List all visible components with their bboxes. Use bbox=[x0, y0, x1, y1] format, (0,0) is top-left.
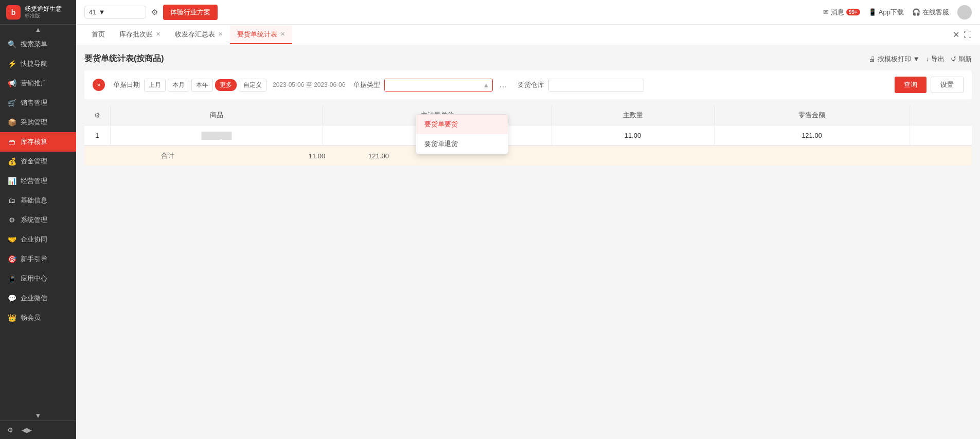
export-btn[interactable]: ↓ 导出 bbox=[926, 54, 945, 64]
tab-requisition-stat[interactable]: 要货单统计表 ✕ bbox=[230, 26, 292, 44]
date-btn-current[interactable]: 本月 bbox=[168, 79, 189, 92]
sidebar-icon-basic: 🗂 bbox=[7, 196, 16, 205]
tab-actions: ✕ ⛶ bbox=[953, 30, 972, 40]
tab-close-all-btn[interactable]: ✕ bbox=[953, 30, 959, 40]
table-row: 1 ████ ██ 块 11.00 121.00 bbox=[84, 125, 972, 145]
date-btn-more[interactable]: 更多 bbox=[215, 79, 237, 91]
sidebar-scroll-down[interactable]: ▼ bbox=[0, 411, 76, 420]
doctype-input[interactable] bbox=[385, 79, 479, 91]
doctype-input-wrap: ▲ bbox=[384, 79, 493, 92]
footer-collapse-icon[interactable]: ◀▶ bbox=[22, 426, 32, 434]
footer-label: 合计 bbox=[116, 151, 219, 160]
user-avatar[interactable] bbox=[957, 5, 972, 20]
sidebar-item-apps[interactable]: 📱应用中心 bbox=[0, 269, 76, 288]
sidebar-icon-finance: 💰 bbox=[7, 157, 16, 166]
cell-no: 1 bbox=[84, 125, 110, 145]
sidebar-label-sales: 销售管理 bbox=[21, 98, 47, 107]
trial-btn[interactable]: 体验行业方案 bbox=[163, 5, 218, 20]
sidebar-icon-operation: 📊 bbox=[7, 177, 16, 185]
sidebar-item-basic[interactable]: 🗂基础信息 bbox=[0, 191, 76, 210]
date-btn-year[interactable]: 本年 bbox=[191, 79, 213, 92]
table-body: 1 ████ ██ 块 11.00 121.00 bbox=[84, 125, 972, 145]
footer-settings-icon[interactable]: ⚙ bbox=[7, 426, 13, 434]
sidebar-label-wechat: 企业微信 bbox=[21, 294, 47, 303]
tab-inventory-batch[interactable]: 库存批次账 ✕ bbox=[112, 26, 168, 44]
sidebar-item-search[interactable]: 🔍搜索菜单 bbox=[0, 34, 76, 54]
print-icon: 🖨 bbox=[869, 55, 876, 63]
sidebar-item-finance[interactable]: 💰资金管理 bbox=[0, 152, 76, 171]
col-amount: 零售金额 bbox=[714, 105, 910, 125]
tab-receive-summary[interactable]: 收发存汇总表 ✕ bbox=[168, 26, 230, 44]
sidebar-scroll-up[interactable]: ▲ bbox=[0, 25, 76, 34]
warehouse-input[interactable] bbox=[549, 79, 644, 91]
store-select[interactable]: 41 ▼ bbox=[84, 6, 146, 19]
store-chevron-icon: ▼ bbox=[98, 8, 105, 16]
topbar-right: ✉ 消息 99+ 📱 App下载 🎧 在线客服 bbox=[823, 5, 972, 20]
data-table: ⚙ 商品 主计量单位 主数量 零售金额 1 ████ ██ 块 bbox=[84, 105, 972, 145]
sidebar-label-member: 畅会员 bbox=[21, 313, 41, 322]
cell-amount: 121.00 bbox=[714, 125, 910, 145]
dropdown-item-requisition[interactable]: 要货单要货 bbox=[416, 115, 508, 134]
sidebar-label-purchase: 采购管理 bbox=[21, 118, 47, 127]
tab-maximize-btn[interactable]: ⛶ bbox=[964, 30, 972, 40]
doctype-more-icon[interactable]: … bbox=[497, 80, 509, 89]
refresh-icon: ↺ bbox=[951, 55, 956, 63]
page-title: 要货单统计表(按商品) bbox=[84, 53, 164, 64]
table-header-row: ⚙ 商品 主计量单位 主数量 零售金额 bbox=[84, 105, 972, 125]
sidebar-item-purchase[interactable]: 📦采购管理 bbox=[0, 113, 76, 132]
sidebar-item-quick-nav[interactable]: ⚡快捷导航 bbox=[0, 54, 76, 74]
refresh-btn[interactable]: ↺ 刷新 bbox=[951, 54, 972, 64]
date-btn-custom[interactable]: 自定义 bbox=[239, 79, 266, 92]
tabbar: 首页 库存批次账 ✕ 收发存汇总表 ✕ 要货单统计表 ✕ ✕ ⛶ bbox=[76, 25, 980, 45]
sidebar-item-enterprise[interactable]: 🤝企业协同 bbox=[0, 230, 76, 249]
col-settings[interactable]: ⚙ bbox=[84, 105, 110, 125]
sidebar-item-inventory[interactable]: 🗃库存核算 bbox=[0, 132, 76, 152]
dropdown-item-return[interactable]: 要货单退货 bbox=[416, 134, 508, 154]
col-product: 商品 bbox=[110, 105, 323, 125]
logo-icon: b bbox=[6, 5, 21, 20]
message-btn[interactable]: ✉ 消息 99+ bbox=[823, 8, 860, 17]
tab-inventory-batch-close[interactable]: ✕ bbox=[156, 31, 161, 38]
filter-expand-btn[interactable]: » bbox=[93, 79, 105, 91]
tab-home[interactable]: 首页 bbox=[84, 26, 112, 44]
page-actions: 🖨 按模板打印 ▼ ↓ 导出 ↺ 刷新 bbox=[869, 54, 972, 64]
online-service-btn[interactable]: 🎧 在线客服 bbox=[912, 8, 949, 17]
tab-receive-summary-close[interactable]: ✕ bbox=[218, 31, 223, 38]
sidebar-item-wechat[interactable]: 💬企业微信 bbox=[0, 288, 76, 308]
table-footer: 合计 11.00 121.00 bbox=[84, 145, 972, 166]
data-table-wrap: ⚙ 商品 主计量单位 主数量 零售金额 1 ████ ██ 块 bbox=[84, 105, 972, 166]
store-number: 41 bbox=[89, 8, 96, 16]
sidebar-item-operation[interactable]: 📊经营管理 bbox=[0, 171, 76, 191]
export-icon: ↓ bbox=[926, 55, 930, 63]
doctype-label: 单据类型 bbox=[353, 80, 380, 89]
filter-settings-btn[interactable]: 设置 bbox=[931, 77, 964, 93]
query-btn[interactable]: 查询 bbox=[895, 77, 926, 93]
topbar-settings-icon[interactable]: ⚙ bbox=[151, 8, 158, 17]
sidebar-icon-wechat: 💬 bbox=[7, 294, 16, 302]
app-download-label: App下载 bbox=[879, 8, 904, 17]
date-btn-up[interactable]: 上月 bbox=[144, 79, 166, 92]
sidebar-item-marketing[interactable]: 📢营销推广 bbox=[0, 74, 76, 93]
sidebar-item-member[interactable]: 👑畅会员 bbox=[0, 308, 76, 327]
sidebar-item-system[interactable]: ⚙系统管理 bbox=[0, 210, 76, 230]
sidebar-label-enterprise: 企业协同 bbox=[21, 235, 47, 244]
tab-requisition-stat-close[interactable]: ✕ bbox=[280, 31, 285, 38]
sidebar-item-sales[interactable]: 🛒销售管理 bbox=[0, 93, 76, 113]
filter-doctype-group: 单据类型 ▲ … bbox=[353, 79, 509, 92]
col-empty bbox=[910, 105, 972, 125]
date-range: 2023-05-06 至 2023-06-06 bbox=[273, 81, 345, 89]
sidebar-icon-marketing: 📢 bbox=[7, 79, 16, 87]
filter-actions: 查询 设置 bbox=[895, 77, 964, 93]
print-btn[interactable]: 🖨 按模板打印 ▼ bbox=[869, 54, 920, 64]
logo-text: 畅捷通好生意 标准版 bbox=[25, 5, 62, 19]
cell-product: ████ ██ bbox=[110, 125, 323, 145]
cell-extra bbox=[910, 125, 972, 145]
footer-quantity: 11.00 bbox=[286, 152, 348, 160]
col-quantity: 主数量 bbox=[551, 105, 714, 125]
sidebar-item-guide[interactable]: 🎯新手引导 bbox=[0, 249, 76, 269]
sidebar-icon-quick-nav: ⚡ bbox=[7, 60, 16, 68]
app-download-btn[interactable]: 📱 App下载 bbox=[868, 8, 904, 17]
filter-warehouse-group: 要货仓库 bbox=[518, 79, 644, 92]
doctype-clear-icon[interactable]: ▲ bbox=[479, 81, 492, 89]
tab-receive-summary-label: 收发存汇总表 bbox=[175, 30, 215, 39]
